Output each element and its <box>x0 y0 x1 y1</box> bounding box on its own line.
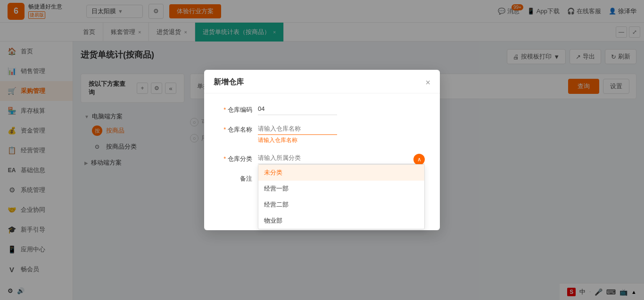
name-label: 仓库名称 <box>219 123 252 134</box>
dropdown-item-ops1[interactable]: 经营一部 <box>258 181 424 197</box>
dropdown-item-ops2[interactable]: 经营二部 <box>258 197 424 213</box>
dropdown-item-uncategorized[interactable]: 未分类 <box>258 165 424 181</box>
name-field-row: 仓库名称 请输入仓库名称 <box>219 123 425 144</box>
notes-label: 备注 <box>219 172 252 183</box>
classify-toggle-button[interactable]: ∧ <box>413 154 425 165</box>
classify-field-row: 仓库分类 ∧ 未分类 经营一部 经营二部 物业部 <box>219 152 425 164</box>
code-field-row: 仓库编码 <box>219 103 425 115</box>
code-label: 仓库编码 <box>219 103 252 114</box>
modal-body: 仓库编码 仓库名称 请输入仓库名称 仓库分类 ∧ <box>204 93 440 201</box>
name-error-message: 请输入仓库名称 <box>258 136 425 144</box>
modal-close-button[interactable]: × <box>425 78 430 87</box>
classify-label: 仓库分类 <box>219 152 252 163</box>
code-input[interactable] <box>258 103 337 115</box>
modal-title: 新增仓库 <box>214 77 244 87</box>
name-input[interactable] <box>258 123 337 135</box>
modal-header: 新增仓库 × <box>204 70 440 93</box>
classify-dropdown: 未分类 经营一部 经营二部 物业部 <box>258 164 425 229</box>
classify-input[interactable] <box>258 152 425 164</box>
dropdown-item-property[interactable]: 物业部 <box>258 213 424 229</box>
add-warehouse-modal: 新增仓库 × 仓库编码 仓库名称 请输入仓库名称 仓库分类 <box>204 70 440 230</box>
classify-wrapper: ∧ 未分类 经营一部 经营二部 物业部 <box>258 152 425 164</box>
